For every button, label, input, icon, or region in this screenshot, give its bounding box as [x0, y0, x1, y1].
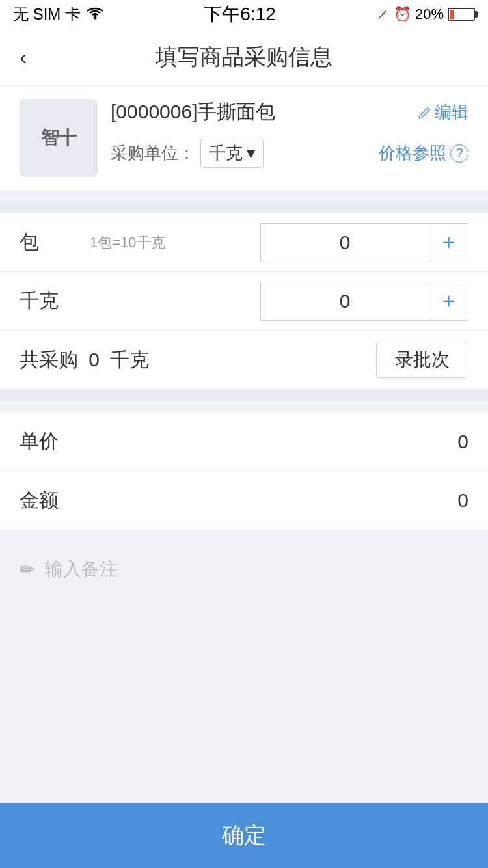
kg-controls: +	[85, 282, 468, 321]
status-time: 下午6:12	[204, 2, 276, 27]
product-info: [0000006]手撕面包 编辑 采购单位： 千克 ▾ 价格参照 ?	[111, 99, 468, 168]
price-section: 单价 0 金额 0	[0, 413, 488, 530]
status-left: 无 SIM 卡	[13, 4, 104, 25]
battery-icon	[448, 8, 475, 21]
kg-input-row: 千克 +	[0, 272, 488, 331]
bag-label: 包	[20, 229, 85, 256]
divider-1	[0, 202, 488, 213]
divider-2	[0, 389, 488, 401]
unit-price-label: 单价	[20, 428, 59, 455]
summary-amount: 0	[88, 349, 100, 370]
kg-input[interactable]	[260, 282, 429, 321]
price-ref-label: 价格参照	[379, 142, 446, 165]
svg-point-0	[94, 16, 97, 20]
product-card: 智十 [0000006]手撕面包 编辑 采购单位： 千克 ▾ 价格参照 ?	[0, 86, 488, 190]
nav-bar: ‹ 填写商品采购信息	[0, 29, 488, 86]
amount-label: 金额	[20, 487, 59, 514]
unit-select[interactable]: 千克 ▾	[200, 139, 264, 168]
summary-text: 共采购 0 千克	[20, 347, 149, 373]
alarm-icon: ⏰	[394, 6, 411, 23]
kg-label: 千克	[20, 288, 85, 314]
unit-price-row: 单价 0	[0, 413, 488, 471]
amount-value: 0	[457, 489, 468, 511]
unit-row: 采购单位： 千克 ▾ 价格参照 ?	[111, 139, 468, 168]
product-logo: 智十	[41, 126, 76, 150]
product-full-name: [0000006]手撕面包	[111, 99, 275, 126]
summary-unit: 千克	[110, 349, 149, 370]
edit-button[interactable]: 编辑	[418, 101, 468, 124]
input-section: 包 1包=10千克 + 千克 +	[0, 213, 488, 331]
help-icon: ?	[450, 144, 468, 163]
amount-row: 金额 0	[0, 471, 488, 530]
wifi-icon	[86, 5, 104, 23]
chevron-down-icon: ▾	[247, 143, 255, 163]
remarks-placeholder: 输入备注	[45, 557, 118, 582]
product-name-row: [0000006]手撕面包 编辑	[111, 99, 468, 126]
bag-input[interactable]	[260, 223, 429, 262]
page-title: 填写商品采购信息	[156, 42, 332, 72]
confirm-button[interactable]: 确定	[0, 803, 488, 868]
summary-row: 共采购 0 千克 录批次	[0, 331, 488, 389]
batch-button[interactable]: 录批次	[376, 342, 468, 378]
status-right: ⟋ ⏰ 20%	[375, 6, 475, 23]
location-icon: ⟋	[375, 6, 390, 23]
pencil-icon: ✏	[20, 559, 34, 580]
unit-value: 千克	[209, 142, 243, 165]
remarks-section[interactable]: ✏ 输入备注	[0, 541, 488, 597]
summary-prefix: 共采购	[20, 349, 78, 370]
product-image: 智十	[20, 99, 98, 177]
battery-percent: 20%	[415, 6, 444, 23]
bag-input-row: 包 1包=10千克 +	[0, 213, 488, 272]
kg-plus-button[interactable]: +	[429, 282, 468, 321]
bottom-area	[0, 597, 488, 793]
price-ref-button[interactable]: 价格参照 ?	[379, 142, 468, 165]
unit-label-text: 采购单位：	[111, 142, 195, 165]
status-bar: 无 SIM 卡 下午6:12 ⟋ ⏰ 20%	[0, 0, 488, 29]
back-button[interactable]: ‹	[20, 44, 59, 70]
bag-sublabel: 1包=10千克	[90, 233, 165, 252]
bag-controls: +	[165, 223, 468, 262]
unit-price-value: 0	[457, 431, 468, 453]
bag-plus-button[interactable]: +	[429, 223, 468, 262]
no-sim-text: 无 SIM 卡	[13, 4, 81, 25]
